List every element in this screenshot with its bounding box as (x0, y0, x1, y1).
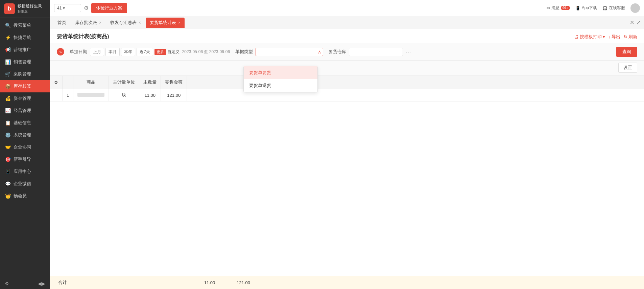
messages-btn[interactable]: ✉ 消息 99+ (547, 5, 570, 11)
tab-inventory-batch[interactable]: 库存批次账× (71, 18, 105, 28)
date-label: 单据日期 (70, 49, 87, 55)
tab-home[interactable]: 首页 (53, 18, 70, 28)
type-input[interactable] (256, 48, 323, 56)
nav-icon-newbie: 🎯 (5, 156, 11, 162)
refresh-btn[interactable]: ↻ 刷新 (624, 34, 637, 40)
app-download-btn[interactable]: 📱 App下载 (575, 5, 597, 11)
content-area: 要货单统计表(按商品) 🖨 按模板打印 ▾ ↓ 导出 ↻ 刷新 » (50, 29, 644, 289)
logo-icon: b (4, 3, 15, 14)
filter-bar: » 单据日期 上月 本月 本年 近7天 更多 自定义 2023-05-06 至 … (50, 43, 644, 61)
tab-label-collection-summary: 收发存汇总表 (110, 20, 137, 26)
filter-expand-btn[interactable]: » (57, 48, 64, 55)
footer-quantity: 11.00 (193, 280, 226, 285)
tab-bar-actions: ✕ ⤢ (630, 19, 641, 26)
th-settings[interactable]: ⚙ (50, 76, 63, 89)
tab-close-all-icon[interactable]: ✕ (630, 19, 634, 26)
type-dropdown-arrow[interactable]: ∧ (318, 49, 321, 54)
nav-icon-quick-nav: ⚡ (5, 35, 11, 41)
sidebar-item-apps[interactable]: 📱 应用中心 (0, 165, 50, 178)
top-bar-left: 41 ▾ ⚙ 体验行业方案 (54, 3, 543, 13)
sidebar-item-collab[interactable]: 🤝 企业协同 (0, 141, 50, 153)
th-seq (63, 76, 73, 89)
footer-amount: 121.00 (226, 280, 260, 285)
date-btn-this-month[interactable]: 本月 (105, 48, 120, 56)
date-filter-group: 单据日期 上月 本月 本年 近7天 更多 自定义 2023-05-06 至 20… (70, 48, 230, 56)
date-btn-7days[interactable]: 近7天 (137, 48, 153, 56)
date-range-text: 2023-05-06 至 2023-06-06 (182, 49, 230, 55)
sidebar-item-newbie[interactable]: 🎯 新手引导 (0, 153, 50, 165)
sidebar-item-wechat[interactable]: 💬 企业微信 (0, 178, 50, 190)
warehouse-label: 要货仓库 (329, 49, 346, 55)
trial-button[interactable]: 体验行业方案 (91, 3, 127, 13)
type-filter: 单据类型 ∧ (235, 48, 323, 56)
warehouse-filter: 要货仓库 ⋯ (329, 48, 411, 56)
store-selector[interactable]: 41 ▾ (54, 4, 81, 12)
query-button[interactable]: 查询 (616, 47, 637, 57)
sidebar-item-basic[interactable]: 📋 基础信息 (0, 117, 50, 129)
td-product-0 (73, 89, 109, 102)
sidebar-item-finance[interactable]: 💰 资金管理 (0, 92, 50, 105)
sidebar: b 畅捷通好生意 标准版 🔍 搜索菜单 ⚡ 快捷导航 📢 营销推广 📊 销售管理… (0, 0, 50, 289)
date-btn-this-year[interactable]: 本年 (121, 48, 135, 56)
user-avatar[interactable] (630, 3, 640, 13)
nav-icon-wechat: 💬 (5, 181, 11, 187)
app-download-label: App下载 (582, 5, 597, 11)
sidebar-bottom: ⚙ ◀▶ (0, 278, 50, 289)
nav-label-quick-nav: 快捷导航 (14, 35, 31, 41)
nav-label-inventory: 库存核算 (14, 83, 31, 89)
store-selector-arrow: ▾ (63, 6, 65, 10)
nav-icon-collab: 🤝 (5, 144, 11, 150)
sidebar-toggle-icon[interactable]: ◀▶ (38, 281, 45, 286)
sidebar-item-marketing[interactable]: 📢 营销推广 (0, 44, 50, 56)
data-table: ⚙ 商品 主计量单位 主数量 零售金额 1 块 11.00 121.00 (50, 76, 644, 102)
print-btn[interactable]: 🖨 按模板打印 ▾ (574, 34, 605, 40)
dropdown-item-goods[interactable]: 要货单要货 (244, 66, 317, 79)
type-label: 单据类型 (235, 49, 253, 55)
nav-label-search: 搜索菜单 (14, 22, 31, 28)
settings-icon[interactable]: ⚙ (5, 281, 9, 286)
set-button[interactable]: 设置 (618, 63, 637, 73)
sidebar-item-system[interactable]: ⚙️ 系统管理 (0, 129, 50, 141)
td-quantity-0: 11.00 (139, 89, 161, 102)
sidebar-item-quick-nav[interactable]: ⚡ 快捷导航 (0, 31, 50, 44)
sidebar-item-operations[interactable]: 📈 经营管理 (0, 105, 50, 117)
nav-label-marketing: 营销推广 (14, 47, 31, 53)
nav-label-operations: 经营管理 (14, 108, 31, 114)
date-more-badge[interactable]: 更多 (154, 49, 166, 55)
tab-expand-icon[interactable]: ⤢ (636, 19, 641, 26)
th-amount: 零售金额 (161, 76, 187, 89)
print-arrow: ▾ (603, 34, 605, 39)
th-quantity: 主数量 (139, 76, 161, 89)
nav-icon-finance: 💰 (5, 95, 11, 102)
dropdown-item-return[interactable]: 要货单退货 (244, 79, 317, 92)
sidebar-item-sales[interactable]: 📊 销售管理 (0, 56, 50, 68)
more-filters-icon[interactable]: ⋯ (406, 49, 411, 55)
online-service-label: 在线客服 (609, 5, 625, 11)
tab-order-stats[interactable]: 要货单统计表× (146, 18, 185, 28)
message-badge: 99+ (561, 6, 570, 10)
topbar-settings-icon[interactable]: ⚙ (84, 5, 89, 11)
sidebar-item-member[interactable]: 👑 畅会员 (0, 190, 50, 202)
filter-row2: 设置 (50, 61, 644, 76)
nav-label-member: 畅会员 (14, 193, 27, 199)
warehouse-input[interactable] (349, 48, 403, 56)
sidebar-item-inventory[interactable]: 📦 库存核算 (0, 80, 50, 92)
td-amount-0: 121.00 (161, 89, 187, 102)
app-sub: 标准版 (18, 9, 42, 14)
date-custom-btn[interactable]: 自定义 (167, 49, 180, 55)
tab-close-order-stats[interactable]: × (178, 20, 181, 25)
export-btn[interactable]: ↓ 导出 (609, 34, 621, 40)
sidebar-item-search[interactable]: 🔍 搜索菜单 (0, 19, 50, 31)
message-label: 消息 (551, 5, 559, 11)
tab-collection-summary[interactable]: 收发存汇总表× (106, 18, 145, 28)
tab-close-inventory-batch[interactable]: × (99, 20, 101, 25)
tab-close-collection-summary[interactable]: × (139, 20, 141, 25)
sidebar-item-purchase[interactable]: 🛒 采购管理 (0, 68, 50, 80)
nav-icon-sales: 📊 (5, 59, 11, 65)
nav-icon-basic: 📋 (5, 120, 11, 126)
online-service-btn[interactable]: 🎧 在线客服 (602, 5, 625, 11)
tab-label-home: 首页 (57, 20, 66, 26)
app-name: 畅捷通好生意 (18, 4, 42, 9)
date-btn-last-month[interactable]: 上月 (90, 48, 104, 56)
export-icon: ↓ (609, 34, 611, 39)
